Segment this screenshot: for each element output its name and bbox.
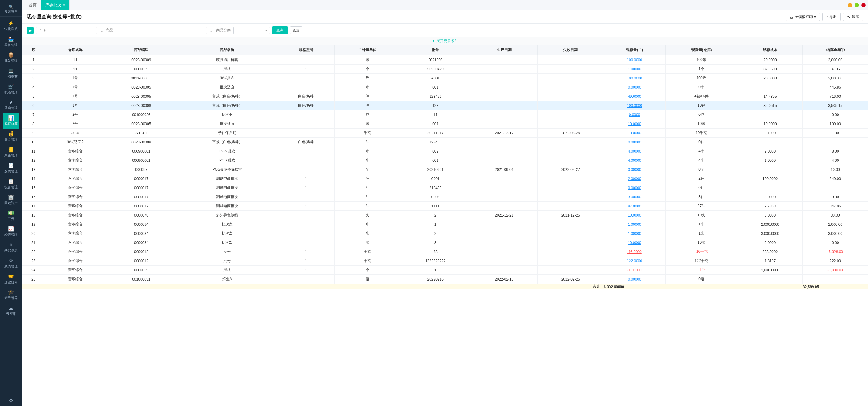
qty-link[interactable]: -1.00000 <box>627 268 642 272</box>
qty-link[interactable]: 10.0000 <box>628 122 641 126</box>
qty-link[interactable]: 1.00000 <box>628 222 641 227</box>
qty-link[interactable]: 10.0000 <box>628 131 641 135</box>
sidebar-settings-icon[interactable]: ⚙ <box>0 395 22 406</box>
sidebar-item-3[interactable]: 💻小脑电商 <box>3 66 19 81</box>
qty-link[interactable]: 0.00000 <box>628 85 641 90</box>
cell-spec: 1 <box>277 183 335 193</box>
cell-qty_main[interactable]: -16.0000 <box>604 247 665 257</box>
cell-qty_main[interactable]: 0.00000 <box>604 165 665 174</box>
cell-qty_main[interactable]: 4.00000 <box>604 147 665 156</box>
qty-link[interactable]: 1.00000 <box>628 232 641 236</box>
window-close-button[interactable] <box>861 3 866 7</box>
cell-qty_main[interactable]: 1.00000 <box>604 229 665 238</box>
sidebar-item-13[interactable]: 📈经营管理 <box>3 224 19 239</box>
qty-link[interactable]: 0.0000 <box>629 113 640 117</box>
cell-prod_date <box>471 156 537 165</box>
sidebar-item-10[interactable]: 📋税务管理 <box>3 176 19 192</box>
sidebar-item-1[interactable]: 🏪零售管理 <box>3 34 19 49</box>
qty-link[interactable]: 0.00000 <box>628 140 641 144</box>
cell-qty_main[interactable]: 10.0000 <box>604 211 665 220</box>
cell-qty_main[interactable]: 3.00000 <box>604 193 665 202</box>
sidebar-item-17[interactable]: 🎓新手引导 <box>3 287 19 303</box>
cell-qty_main[interactable]: 0.00000 <box>604 275 665 284</box>
sidebar-item-0[interactable]: ⚡快捷导航 <box>3 18 19 34</box>
sidebar-item-18[interactable]: ☁云应用 <box>3 303 19 318</box>
cell-warehouse: 营客综合 <box>45 202 105 211</box>
cell-qty_main[interactable]: 100.0000 <box>604 74 665 83</box>
qty-link[interactable]: -16.0000 <box>627 250 642 254</box>
filter-toggle-button[interactable]: ▶ <box>27 27 34 34</box>
sidebar-item-4[interactable]: 🛒电商管理 <box>3 81 19 97</box>
tab-close-icon[interactable]: × <box>63 3 65 7</box>
cell-prod_date <box>471 138 537 147</box>
sidebar-search[interactable]: 🔍 搜索菜单 <box>0 2 22 17</box>
display-button[interactable]: 👁 显示 <box>843 13 863 21</box>
cell-qty_main[interactable]: 1.00000 <box>604 65 665 74</box>
category-select[interactable] <box>233 27 270 34</box>
cell-qty_main[interactable]: 10.0000 <box>604 238 665 247</box>
qty-link[interactable]: 10.0000 <box>628 213 641 217</box>
sidebar-icon-17: 🎓 <box>8 289 14 295</box>
sidebar-item-11[interactable]: 🏢固定资产 <box>3 192 19 208</box>
cell-qty_main[interactable]: -1.00000 <box>604 266 665 275</box>
sidebar-item-12[interactable]: 💵工资 <box>3 208 19 224</box>
tab-home[interactable]: 首页 <box>24 0 41 10</box>
warehouse-input[interactable] <box>36 27 97 34</box>
qty-link[interactable]: 2.00000 <box>628 177 641 181</box>
qty-link[interactable]: 49.6000 <box>628 94 641 99</box>
cell-unit_cost <box>738 83 803 92</box>
qty-link[interactable]: 122.0000 <box>627 259 642 263</box>
qty-link[interactable]: 0.00000 <box>628 277 641 281</box>
sidebar-item-8[interactable]: 📒总账管理 <box>3 144 19 160</box>
cell-unit_cost: 35.0515 <box>738 101 803 110</box>
window-minimize-button[interactable] <box>848 3 852 7</box>
search-button[interactable]: 查询 <box>272 26 287 34</box>
cell-qty_main[interactable]: 2.00000 <box>604 174 665 183</box>
sidebar-item-2[interactable]: 📦批发管理 <box>3 49 19 66</box>
cell-qty_main[interactable]: 10.0000 <box>604 120 665 129</box>
goods-input[interactable] <box>116 27 207 34</box>
qty-link[interactable]: 4.00000 <box>628 158 641 163</box>
qty-link[interactable]: 100.0000 <box>627 76 642 80</box>
qty-link[interactable]: 87.0000 <box>628 204 641 208</box>
cell-qty_store: 122千克 <box>665 257 738 266</box>
col-header-unit_cost: 结存成本 <box>738 45 803 56</box>
sidebar-item-9[interactable]: 🧾发票管理 <box>3 160 19 176</box>
sidebar-item-5[interactable]: 🛍采购管理 <box>3 97 19 113</box>
settings-button[interactable]: 设置 <box>290 27 302 34</box>
qty-link[interactable]: 100.0000 <box>627 58 642 62</box>
cell-qty_main[interactable]: 0.00000 <box>604 83 665 92</box>
cell-qty_main[interactable]: 87.0000 <box>604 202 665 211</box>
sidebar-item-15[interactable]: ⚙系统管理 <box>3 255 19 271</box>
cell-qty_main[interactable]: 0.00000 <box>604 183 665 193</box>
cell-batch: 11 <box>400 110 471 120</box>
cell-qty_main[interactable]: 49.6000 <box>604 92 665 101</box>
qty-link[interactable]: 10.0000 <box>628 241 641 245</box>
sidebar-label-11: 固定资产 <box>4 201 18 205</box>
qty-link[interactable]: 4.00000 <box>628 149 641 154</box>
cell-goods_name: 测试电商批次 <box>177 202 277 211</box>
expand-conditions-bar[interactable]: ▼ 展开更多条件 <box>22 37 868 45</box>
cell-qty_main[interactable]: 100.0000 <box>604 101 665 110</box>
cell-qty_main[interactable]: 4.00000 <box>604 156 665 165</box>
qty-link[interactable]: 3.00000 <box>628 195 641 199</box>
cell-qty_main[interactable]: 0.00000 <box>604 138 665 147</box>
qty-link[interactable]: 0.00000 <box>628 168 641 172</box>
tab-current[interactable]: 库存批次 × <box>41 0 69 10</box>
sidebar-item-6[interactable]: 📊库存核算 <box>3 113 19 129</box>
sidebar-item-7[interactable]: 💰资金管理 <box>3 129 19 144</box>
window-maximize-button[interactable] <box>855 3 859 7</box>
cell-qty_main[interactable]: 10.0000 <box>604 129 665 138</box>
cell-qty_main[interactable]: 0.0000 <box>604 110 665 120</box>
cell-qty_main[interactable]: 100.0000 <box>604 56 665 65</box>
cell-qty_main[interactable]: 122.0000 <box>604 257 665 266</box>
print-button[interactable]: 🖨 按模板打印 ▾ <box>786 13 820 21</box>
cell-qty_main[interactable]: 1.00000 <box>604 220 665 229</box>
cell-unit: 米 <box>335 238 400 247</box>
qty-link[interactable]: 100.0000 <box>627 104 642 108</box>
export-button[interactable]: ↑ 导出 <box>822 13 841 21</box>
qty-link[interactable]: 0.00000 <box>628 186 641 190</box>
qty-link[interactable]: 1.00000 <box>628 67 641 71</box>
sidebar-item-14[interactable]: ℹ基础信息 <box>3 239 19 255</box>
sidebar-item-16[interactable]: 🤝企业协同 <box>3 271 19 287</box>
